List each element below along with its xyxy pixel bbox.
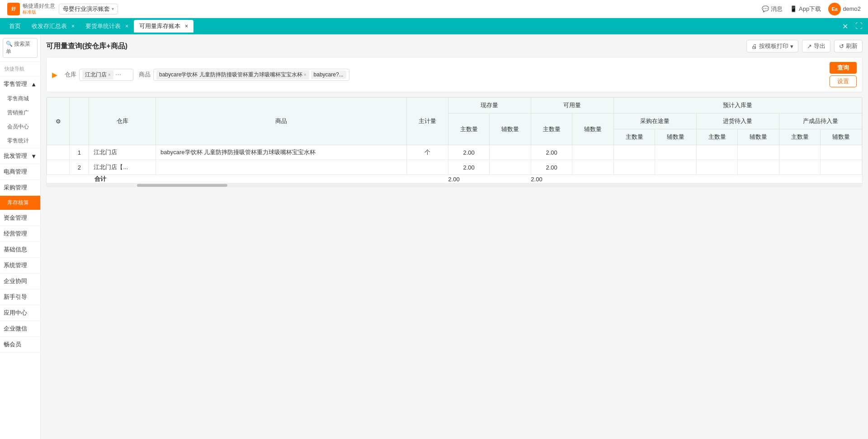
th-purchase-main: 主数量 xyxy=(613,129,655,145)
sidebar-section-header-retail[interactable]: 零售管理 ▲ xyxy=(0,76,40,92)
message-btn[interactable]: 💬 消息 xyxy=(762,5,783,13)
summary-purchase-main xyxy=(613,175,655,184)
summary-production-main xyxy=(779,175,821,184)
product-tag-babycare: babycare学饮杯 儿童防摔防撞吸管杯重力球吸嘴杯宝宝水杯 × xyxy=(156,70,309,80)
sidebar-section-purchase: 采购管理 xyxy=(0,180,40,196)
cell-production-main-1 xyxy=(779,160,821,175)
cell-existing-main-1: 2.00 xyxy=(448,160,490,175)
cell-purchase-sub-1 xyxy=(655,160,697,175)
tab-order-stats[interactable]: 要货单统计表 × xyxy=(80,20,134,33)
summary-index-cell xyxy=(70,175,89,184)
filter-product-group: 商品 babycare学饮杯 儿童防摔防撞吸管杯重力球吸嘴杯宝宝水杯 × bab… xyxy=(139,69,349,81)
warehouse-filter-more-icon[interactable]: ··· xyxy=(115,71,121,79)
sidebar-section-header-newbie[interactable]: 新手引导 xyxy=(0,289,40,305)
print-template-btn[interactable]: 🖨 按模板打印 ▾ xyxy=(746,40,798,52)
sidebar-section-operations: 经营管理 xyxy=(0,226,40,242)
cell-incoming-sub-0 xyxy=(738,145,779,160)
export-btn[interactable]: ↗ 导出 xyxy=(802,40,830,52)
nav-close-all-btn[interactable]: ✕ xyxy=(840,21,850,32)
column-settings-icon[interactable]: ⚙ xyxy=(56,118,61,125)
table-container: ⚙ 仓库 商品 主计量 现存量 可用量 预计入库量 主数量 辅数量 主数量 xyxy=(46,97,863,187)
sidebar-section-header-system[interactable]: 系统管理 xyxy=(0,258,40,273)
sidebar-section-member: 畅会员 xyxy=(0,337,40,353)
query-btn[interactable]: 查询 xyxy=(830,62,857,74)
th-incoming-sub: 辅数量 xyxy=(738,129,779,145)
cell-existing-sub-1 xyxy=(490,160,531,175)
sidebar-section-basic: 基础信息 xyxy=(0,242,40,258)
sidebar-search-btn[interactable]: 🔍 搜索菜单 xyxy=(3,38,38,58)
tab-receive-summary[interactable]: 收发存汇总表 × xyxy=(26,20,80,33)
sidebar-section-header-enterprise[interactable]: 企业协同 xyxy=(0,274,40,289)
sidebar-section-newbie: 新手引导 xyxy=(0,289,40,305)
sidebar-item-retail-stats[interactable]: 零售统计 xyxy=(0,134,40,148)
warehouse-tag-close-icon[interactable]: × xyxy=(108,72,111,77)
data-table: ⚙ 仓库 商品 主计量 现存量 可用量 预计入库量 主数量 辅数量 主数量 xyxy=(47,97,862,183)
sidebar-item-inventory[interactable]: 库存核算 xyxy=(0,196,40,210)
sidebar-section-header-basic[interactable]: 基础信息 xyxy=(0,242,40,257)
summary-existing-sub xyxy=(490,175,531,184)
product-label: 商品 xyxy=(139,71,151,79)
store-selector-arrow-icon: ▾ xyxy=(112,6,114,11)
sidebar-section-header-member[interactable]: 畅会员 xyxy=(0,337,40,352)
table-row: 2 江北门店【... 2.00 2.00 xyxy=(47,160,862,175)
th-settings[interactable]: ⚙ xyxy=(47,98,70,145)
scroll-hint xyxy=(47,183,862,187)
product-tag-babycare2: babycare?... xyxy=(311,71,346,79)
warehouse-label: 仓库 xyxy=(65,71,76,79)
warehouse-filter-input[interactable]: 江北门店 × ··· xyxy=(79,69,133,81)
th-available-main: 主数量 xyxy=(531,113,572,145)
page-actions: 🖨 按模板打印 ▾ ↗ 导出 ↺ 刷新 xyxy=(746,40,863,52)
sidebar-item-retail-mall[interactable]: 零售商城 xyxy=(0,92,40,106)
th-existing-sub: 辅数量 xyxy=(490,113,531,145)
app-download-btn[interactable]: 📱 App下载 xyxy=(790,5,821,13)
sidebar-item-members[interactable]: 会员中心 xyxy=(0,120,40,134)
logo-text: 畅捷通好生意 标准版 xyxy=(23,3,55,14)
tab-available-stock[interactable]: 可用量库存账本 × xyxy=(134,20,193,33)
cell-available-main-0: 2.00 xyxy=(531,145,572,160)
product-tag-close-icon[interactable]: × xyxy=(304,72,307,77)
tab-close-order-stats[interactable]: × xyxy=(125,23,128,29)
th-product: 商品 xyxy=(156,98,407,145)
avatar: Ea xyxy=(828,3,841,15)
filter-area: ▶ 仓库 江北门店 × ··· 商品 babycare学饮杯 儿童防摔防撞吸管杯… xyxy=(46,57,863,92)
summary-settings-cell xyxy=(47,175,70,184)
filter-warehouse-group: 仓库 江北门店 × ··· xyxy=(65,69,133,81)
nav-expand-btn[interactable]: ⛶ xyxy=(854,21,864,31)
cell-product-1 xyxy=(156,160,407,175)
cell-warehouse-1: 江北门店【... xyxy=(89,160,156,175)
filter-toggle-btn[interactable]: ▶ xyxy=(52,71,57,79)
sidebar-section-header-finance[interactable]: 资金管理 xyxy=(0,210,40,226)
warehouse-tag-jiangbei: 江北门店 × xyxy=(82,70,113,80)
th-available-sub: 辅数量 xyxy=(572,113,614,145)
sidebar-section-header-appcenter[interactable]: 应用中心 xyxy=(0,305,40,321)
refresh-btn[interactable]: ↺ 刷新 xyxy=(834,40,863,52)
tab-home[interactable]: 首页 xyxy=(4,20,26,33)
user-profile[interactable]: Ea demo2 xyxy=(828,3,861,15)
th-production-main: 主数量 xyxy=(779,129,821,145)
sidebar-section-header-ecommerce[interactable]: 电商管理 xyxy=(0,164,40,179)
summary-label-cell: 合计 xyxy=(89,175,448,184)
sidebar-retail-arrow-icon: ▲ xyxy=(31,81,37,88)
summary-purchase-sub xyxy=(655,175,697,184)
cell-product-0: babycare学饮杯 儿童防摔防撞吸管杯重力球吸嘴杯宝宝水杯 xyxy=(156,145,407,160)
th-incoming-main: 主数量 xyxy=(696,129,738,145)
tab-close-receive-summary[interactable]: × xyxy=(71,23,75,29)
sidebar-section-header-operations[interactable]: 经营管理 xyxy=(0,226,40,241)
sidebar-section-header-wholesale[interactable]: 批发管理 ▼ xyxy=(0,148,40,164)
sidebar-wholesale-arrow-icon: ▼ xyxy=(31,153,37,160)
cell-purchase-main-1 xyxy=(613,160,655,175)
setting-btn[interactable]: 设置 xyxy=(830,76,857,87)
tab-close-available-stock[interactable]: × xyxy=(185,23,188,29)
product-filter-input[interactable]: babycare学饮杯 儿童防摔防撞吸管杯重力球吸嘴杯宝宝水杯 × babyca… xyxy=(153,69,349,81)
scroll-bar[interactable] xyxy=(137,184,227,187)
cell-available-sub-1 xyxy=(572,160,614,175)
cell-settings-1[interactable] xyxy=(47,160,70,175)
th-production-sub: 辅数量 xyxy=(821,129,862,145)
cell-settings-0[interactable] xyxy=(47,145,70,160)
sidebar-item-marketing[interactable]: 营销推广 xyxy=(0,106,40,120)
sidebar-section-header-purchase[interactable]: 采购管理 xyxy=(0,180,40,195)
logo-area: 好 畅捷通好生意 标准版 xyxy=(7,3,55,15)
store-selector[interactable]: 母婴行业演示账套 ▾ xyxy=(59,4,118,14)
cell-warehouse-0: 江北门店 xyxy=(89,145,156,160)
sidebar-section-header-wechat[interactable]: 企业微信 xyxy=(0,321,40,336)
